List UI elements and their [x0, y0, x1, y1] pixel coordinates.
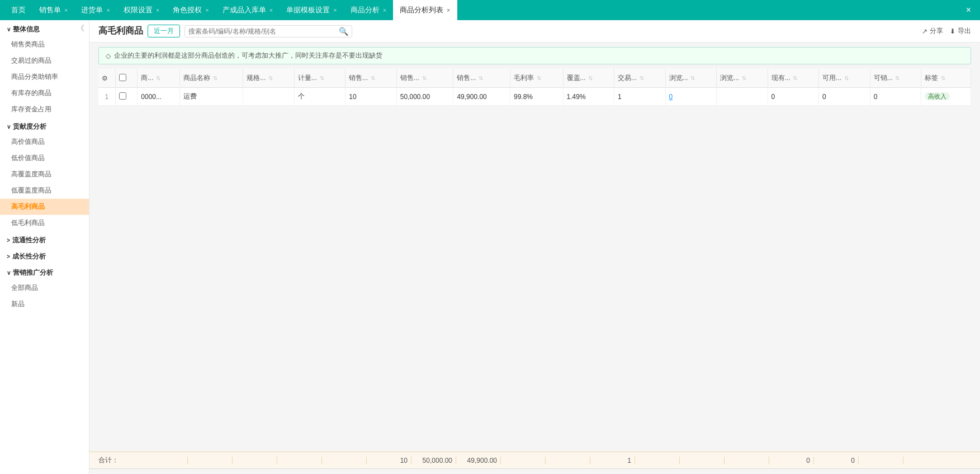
col-header-grossRate[interactable]: 毛利率 ⇅ — [510, 69, 563, 88]
nav-item-商品分析[interactable]: 商品分析× — [344, 0, 393, 20]
sidebar-group-title[interactable]: >成长性分析 — [0, 247, 89, 264]
close-tab-icon[interactable]: × — [269, 7, 273, 13]
footer-cells: 1050,000.0049,900.00100 — [143, 457, 971, 464]
cell-saleAmt: 50,000.00 — [396, 88, 453, 106]
sidebar-group-label: 流通性分析 — [12, 236, 46, 245]
sort-icon: ⇅ — [154, 75, 160, 81]
sort-icon: ⇅ — [211, 75, 217, 81]
view-link[interactable]: 0 — [669, 93, 673, 101]
cell-tag: 高收入 — [921, 88, 971, 106]
col-header-code[interactable]: 商... ⇅ — [138, 69, 180, 88]
footer-bar: 合计： 1050,000.0049,900.00100 — [89, 452, 980, 468]
sidebar-item-交易过的商品[interactable]: 交易过的商品 — [0, 53, 89, 69]
col-header-view2[interactable]: 浏览... ⇅ — [717, 69, 768, 88]
footer-cell-9 — [546, 457, 590, 464]
sidebar-group-title[interactable]: ∨贡献度分析 — [0, 118, 89, 134]
close-tab-icon[interactable]: × — [383, 7, 386, 13]
main-layout: 《 ∨整体信息销售类商品交易过的商品商品分类助销率有库存的商品库存资金占用∨贡献… — [0, 20, 980, 474]
nav-item-商品分析列表[interactable]: 商品分析列表× — [393, 0, 457, 20]
col-header-name[interactable]: 商品名称 ⇅ — [180, 69, 243, 88]
col-header-view1[interactable]: 浏览... ⇅ — [665, 69, 717, 88]
col-header-checkbox[interactable] — [115, 69, 138, 88]
nav-item-权限设置[interactable]: 权限设置× — [117, 0, 166, 20]
col-header-saleable[interactable]: 可销... ⇅ — [870, 69, 921, 88]
recent-month-button[interactable]: 近一月 — [148, 25, 180, 37]
col-header-available[interactable]: 可用... ⇅ — [819, 69, 870, 88]
col-header-spec[interactable]: 规格... ⇅ — [243, 69, 295, 88]
col-header-coverage[interactable]: 覆盖... ⇅ — [563, 69, 614, 88]
col-header-tag[interactable]: 标签 ⇅ — [921, 69, 971, 88]
sort-icon: ⇅ — [740, 75, 746, 81]
col-header-settings[interactable]: ⚙ — [98, 69, 115, 88]
footer-cell-8 — [501, 457, 546, 464]
footer-cell-3 — [277, 457, 322, 464]
sort-icon: ⇅ — [267, 75, 273, 81]
cell-num: 1 — [98, 88, 115, 106]
close-tab-icon[interactable]: × — [447, 7, 450, 13]
cell-saleQty: 10 — [345, 88, 397, 106]
cell-view1[interactable]: 0 — [665, 88, 717, 106]
sidebar-item-低毛利商品[interactable]: 低毛利商品 — [0, 215, 89, 231]
horizontal-scrollbar[interactable] — [89, 468, 980, 474]
footer-cell-6: 50,000.00 — [411, 457, 456, 464]
select-all-checkbox[interactable] — [119, 74, 126, 81]
nav-item-首页[interactable]: 首页 — [4, 0, 32, 20]
sort-icon: ⇅ — [842, 75, 849, 81]
sort-icon: ⇅ — [894, 75, 900, 81]
sidebar-item-高价值商品[interactable]: 高价值商品 — [0, 134, 89, 150]
sidebar-group-title[interactable]: >流通性分析 — [0, 231, 89, 247]
col-header-unit[interactable]: 计量... ⇅ — [294, 69, 345, 88]
nav-item-单据模板设置[interactable]: 单据模板设置× — [280, 0, 343, 20]
sidebar-item-高毛利商品[interactable]: 高毛利商品 — [0, 199, 89, 215]
settings-icon[interactable]: ⚙ — [102, 74, 108, 82]
nav-item-产成品入库单[interactable]: 产成品入库单× — [216, 0, 280, 20]
nav-item-销售单[interactable]: 销售单× — [32, 0, 74, 20]
sidebar-item-库存资金占用[interactable]: 库存资金占用 — [0, 101, 89, 118]
footer-label: 合计： — [98, 456, 143, 465]
sidebar-item-商品分类助销率[interactable]: 商品分类助销率 — [0, 69, 89, 85]
sidebar-item-高覆盖度商品[interactable]: 高覆盖度商品 — [0, 166, 89, 182]
close-tab-icon[interactable]: × — [64, 7, 68, 13]
export-icon: ⬇ — [950, 27, 955, 35]
sidebar-group: >流通性分析 — [0, 231, 89, 247]
footer-cell-7: 49,900.00 — [456, 457, 501, 464]
col-header-current[interactable]: 现有... ⇅ — [768, 69, 819, 88]
sort-icon: ⇅ — [318, 75, 324, 81]
sidebar-item-低价值商品[interactable]: 低价值商品 — [0, 150, 89, 166]
footer-cell-15: 0 — [814, 457, 859, 464]
sidebar-item-低覆盖度商品[interactable]: 低覆盖度商品 — [0, 182, 89, 199]
sidebar-collapse-button[interactable]: 《 — [74, 22, 87, 35]
data-table: ⚙商... ⇅商品名称 ⇅规格... ⇅计量... ⇅销售... ⇅销售... … — [98, 69, 971, 106]
col-header-saleProfit[interactable]: 销售... ⇅ — [453, 69, 510, 88]
close-tab-icon[interactable]: × — [106, 7, 110, 13]
nav-item-进货单[interactable]: 进货单× — [74, 0, 116, 20]
close-tab-icon[interactable]: × — [333, 7, 337, 13]
close-app-button[interactable]: × — [962, 5, 976, 15]
col-header-trade[interactable]: 交易... ⇅ — [614, 69, 666, 88]
col-header-saleAmt[interactable]: 销售... ⇅ — [396, 69, 453, 88]
share-button[interactable]: ↗ 分享 — [922, 26, 943, 36]
footer-cell-12 — [680, 457, 725, 464]
row-checkbox[interactable] — [119, 92, 126, 100]
nav-item-角色授权[interactable]: 角色授权× — [166, 0, 215, 20]
sort-icon: ⇅ — [792, 75, 798, 81]
sidebar-item-销售类商品[interactable]: 销售类商品 — [0, 36, 89, 53]
search-icon[interactable]: 🔍 — [339, 27, 348, 36]
close-tab-icon[interactable]: × — [205, 7, 209, 13]
footer-cell-13 — [725, 457, 769, 464]
col-header-saleQty[interactable]: 销售... ⇅ — [345, 69, 397, 88]
sidebar-item-新品[interactable]: 新品 — [0, 296, 89, 312]
sort-icon: ⇅ — [535, 75, 541, 81]
sidebar-group-arrow-icon: ∨ — [7, 270, 11, 276]
export-button[interactable]: ⬇ 导出 — [950, 26, 971, 36]
cell-name: 运费 — [180, 88, 243, 106]
sidebar-item-有库存的商品[interactable]: 有库存的商品 — [0, 85, 89, 101]
cell-view2 — [717, 88, 768, 106]
content-area: 高毛利商品 近一月 🔍 ↗ 分享 ⬇ 导出 ◇ 企业的主要的利润都是这部分商品创… — [89, 20, 980, 474]
footer-cell-2 — [233, 457, 277, 464]
cell-unit: 个 — [294, 88, 345, 106]
close-tab-icon[interactable]: × — [156, 7, 159, 13]
search-input[interactable] — [188, 27, 339, 35]
sidebar-item-全部商品[interactable]: 全部商品 — [0, 280, 89, 296]
sidebar-group-title[interactable]: ∨营销推广分析 — [0, 264, 89, 280]
